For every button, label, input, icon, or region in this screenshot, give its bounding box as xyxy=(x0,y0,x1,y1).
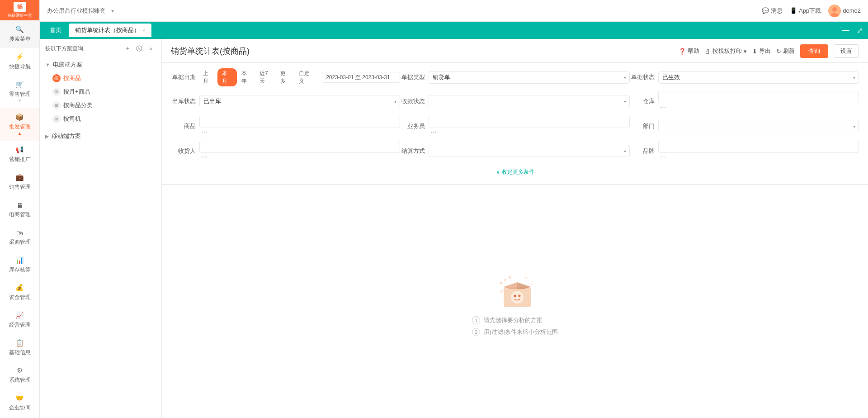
tab-bar: 首页 销货单统计表（按商品） × — ⤢ xyxy=(40,22,868,39)
tree-parent-mobile-label: 移动端方案 xyxy=(52,132,81,140)
sidebar-item-system[interactable]: ⚙ 系统管理 xyxy=(0,361,39,389)
sidebar-item-quick[interactable]: ⚡ 快捷导航 xyxy=(0,48,39,76)
receiver-input[interactable] xyxy=(199,141,400,153)
template-print-btn[interactable]: 🖨 按模板打印 ▾ xyxy=(705,47,747,55)
sidebar-item-purchase[interactable]: 🛍 采购管理 xyxy=(0,223,39,251)
date-tab-this-year[interactable]: 本年 xyxy=(238,68,255,86)
tab-home-label: 首页 xyxy=(50,26,61,34)
sidebar-item-marketing[interactable]: 📢 营销推广 xyxy=(0,141,39,168)
brand-input[interactable] xyxy=(658,141,859,153)
sidebar-item-ecommerce[interactable]: 🖥 电商管理 xyxy=(0,196,39,223)
brand-dots-icon[interactable]: ··· xyxy=(658,153,668,161)
tree-parent-mobile[interactable]: ▶ 移动端方案 xyxy=(40,129,161,143)
download-icon: 📱 xyxy=(790,7,797,14)
tree-child-by-month-product[interactable]: ⊞ 按月+商品 xyxy=(40,85,161,99)
filter-outstatus-item: 出库状态 ▾ xyxy=(171,95,400,107)
payment-input[interactable] xyxy=(429,95,629,107)
collapse-panel-btn[interactable]: « xyxy=(146,43,156,53)
tab-close-icon[interactable]: × xyxy=(142,28,145,33)
filter-product-item: 商品 ··· xyxy=(171,116,400,136)
marketing-icon: 📢 xyxy=(15,145,24,154)
add-scheme-btn[interactable]: + xyxy=(123,43,132,53)
doctype-input[interactable] xyxy=(429,71,629,84)
tab-report[interactable]: 销货单统计表（按商品） × xyxy=(69,24,151,37)
date-tab-custom[interactable]: 自定义 xyxy=(295,68,317,86)
sidebar-item-basic[interactable]: 📋 基础信息 xyxy=(0,334,39,361)
sidebar-item-finance[interactable]: 💰 资金管理 xyxy=(0,279,39,306)
collapse-more-btn[interactable]: ∧ 收起更多条件 xyxy=(171,166,859,179)
sidebar-item-retail[interactable]: 🛒 零售管理 ▼ xyxy=(0,76,39,108)
svg-text:✎: ✎ xyxy=(137,47,141,51)
settings-btn[interactable]: 设置 xyxy=(834,44,859,58)
sidebar-item-operations[interactable]: 📈 经营管理 xyxy=(0,306,39,334)
filter-area: 单据日期 上月 本月 本年 近7天 更多 自定义 xyxy=(162,63,868,185)
search-icon: 🔍 xyxy=(15,25,24,34)
sidebar-item-search[interactable]: 🔍 搜索菜单 xyxy=(0,20,39,48)
svg-line-14 xyxy=(509,276,510,279)
date-range-input[interactable] xyxy=(322,72,400,83)
date-tab-7days[interactable]: 近7天 xyxy=(256,68,276,86)
salesperson-dots-icon[interactable]: ··· xyxy=(429,128,438,136)
export-label: 导出 xyxy=(759,47,771,55)
salesperson-input[interactable] xyxy=(429,116,629,128)
top-header: 办公用品行业模拟账套 ▾ 💬 消息 📱 App下载 demo2 xyxy=(40,0,868,22)
outstatus-input[interactable] xyxy=(199,95,400,107)
message-btn[interactable]: 💬 消息 xyxy=(762,7,783,15)
help-btn[interactable]: ❓ 帮助 xyxy=(679,47,699,55)
user-name: demo2 xyxy=(843,7,861,14)
tree-parent-pc[interactable]: ▼ 电脑端方案 xyxy=(40,58,161,71)
export-icon: ⬇ xyxy=(752,48,757,55)
user-menu[interactable]: demo2 xyxy=(828,5,861,17)
product-dots-icon[interactable]: ··· xyxy=(199,128,209,136)
date-tab-last-month[interactable]: 上月 xyxy=(199,68,217,86)
step-num-2: 2 xyxy=(472,328,480,336)
tree-child-by-cashier[interactable]: ⊞ 按司机 xyxy=(40,112,161,126)
export-btn[interactable]: ⬇ 导出 xyxy=(752,47,771,55)
query-btn[interactable]: 查询 xyxy=(800,44,828,58)
app-download-btn[interactable]: 📱 App下载 xyxy=(790,7,821,15)
salesperson-control: ··· xyxy=(429,116,629,136)
tree-child-by-category[interactable]: ⊞ 按商品分类 xyxy=(40,99,161,112)
tree-child-by-product[interactable]: 按 按商品 xyxy=(40,71,161,85)
filter-department-item: 部门 ▾ xyxy=(630,120,859,132)
basic-icon: 📋 xyxy=(15,338,24,347)
date-tab-this-month[interactable]: 本月 xyxy=(217,68,236,86)
finance-icon: 💰 xyxy=(15,283,24,292)
warehouse-label: 仓库 xyxy=(630,97,655,105)
sidebar-item-inventory[interactable]: 📊 库存核算 xyxy=(0,251,39,279)
template-print-label: 按模板打印 xyxy=(712,47,742,55)
filter-row-4: 收货人 ··· 结算方式 ▾ 品牌 xyxy=(171,141,859,161)
edit-scheme-btn[interactable]: ✎ xyxy=(134,43,144,53)
page-body: 按以下方案查询 + ✎ « ▼ 电脑端方案 按 按商品 xyxy=(40,39,868,418)
svg-line-12 xyxy=(500,282,502,284)
warehouse-dots-icon[interactable]: ··· xyxy=(658,103,668,111)
sidebar-item-sales[interactable]: 💼 销售管理 xyxy=(0,168,39,196)
tab-maximize-btn[interactable]: ⤢ xyxy=(855,25,864,36)
refresh-btn[interactable]: ↻ 刷新 xyxy=(776,47,795,55)
retail-icon: 🛒 xyxy=(15,80,24,89)
svg-point-15 xyxy=(500,290,503,293)
tab-home[interactable]: 首页 xyxy=(43,24,68,37)
filter-salesperson-item: 业务员 ··· xyxy=(400,116,629,136)
tree-parent-label: 电脑端方案 xyxy=(53,61,82,69)
product-input[interactable] xyxy=(199,116,400,128)
inventory-icon: 📊 xyxy=(15,256,24,265)
receiver-dots-icon[interactable]: ··· xyxy=(199,153,209,161)
tab-report-label: 销货单统计表（按商品） xyxy=(75,26,140,34)
left-panel: 按以下方案查询 + ✎ « ▼ 电脑端方案 按 按商品 xyxy=(40,39,162,418)
docstatus-input[interactable] xyxy=(658,71,859,84)
tree-collapse-icon: ▶ xyxy=(45,133,49,139)
sidebar-item-wholesale[interactable]: 📦 批发管理 ▲ xyxy=(0,108,39,141)
empty-steps: 1 请先选择要分析的方案 2 用[过滤]条件来缩小分析范围 xyxy=(472,316,557,336)
warehouse-input[interactable] xyxy=(658,91,859,103)
sidebar-item-enterprise[interactable]: 🤝 企业协同 xyxy=(0,389,39,417)
filter-docstatus-item: 单据状态 ▾ xyxy=(630,71,859,84)
date-tabs: 上月 本月 本年 近7天 更多 自定义 xyxy=(199,68,317,86)
date-tab-more[interactable]: 更多 xyxy=(277,68,294,86)
logo-icon: 畅 xyxy=(14,2,26,12)
filter-date-item: 单据日期 上月 本月 本年 近7天 更多 自定义 xyxy=(171,68,400,86)
settlement-input[interactable] xyxy=(429,145,629,157)
department-input[interactable] xyxy=(658,120,859,132)
payment-control: ▾ xyxy=(429,95,629,107)
tab-minimize-btn[interactable]: — xyxy=(840,25,851,36)
